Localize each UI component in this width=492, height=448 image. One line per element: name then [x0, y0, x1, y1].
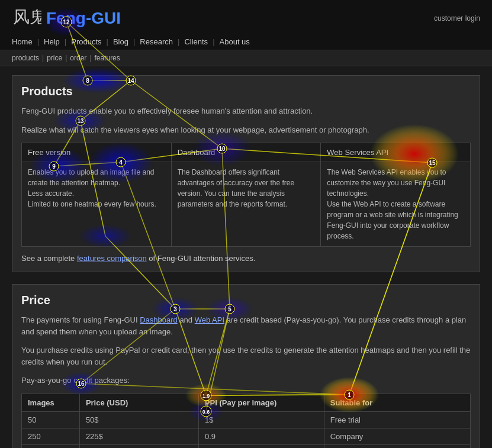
features-comparison-text: See a complete features comparison of Fe… [21, 254, 471, 263]
price-usd-500: 400$ [79, 444, 198, 448]
header-top: 风鬼 Feng-GUI customer login [12, 0, 480, 34]
price-title: Price [21, 294, 471, 307]
breadcrumb-order[interactable]: order [70, 54, 86, 62]
price-desc2: You purchase credits using PayPal or cre… [21, 344, 471, 368]
breadcrumb-sep-2: | [65, 54, 67, 62]
nav-clients[interactable]: Clients [184, 37, 208, 46]
col-header-free: Free version [22, 143, 172, 162]
col-free-body: Enables you to upload an image file and … [22, 162, 172, 247]
price-col-suitable: Suitable for [324, 394, 470, 411]
price-ppi-250: 0.9 [198, 428, 324, 444]
package-label: Pay-as-you-go credit packages: [21, 375, 471, 386]
nav-products[interactable]: Products [71, 37, 101, 46]
price-images-250: 250 [22, 428, 80, 444]
price-suitable-250: Company [324, 428, 470, 444]
price-images-50: 50 [22, 411, 80, 428]
breadcrumb-price[interactable]: price [47, 54, 62, 62]
nav-sep-6: | [213, 37, 214, 46]
header: 风鬼 Feng-GUI customer login Home | Help |… [0, 0, 492, 50]
price-suitable-500: Media Research [324, 444, 470, 448]
products-section: Products Feng-GUI products enable you to… [12, 75, 480, 272]
nav-sep-4: | [133, 37, 135, 46]
nav-sep-3: | [107, 37, 108, 46]
logo-text: Feng-GUI [46, 9, 121, 28]
price-suitable-50: Free trial [324, 411, 470, 428]
breadcrumb-sep-1: | [42, 54, 44, 62]
price-desc1: The payments for using Feng-GUI Dashboar… [21, 314, 471, 337]
price-col-price: Price (USD) [79, 394, 198, 411]
products-table: Free version Dashboard Web Services API … [21, 143, 471, 247]
logo-area: 风鬼 Feng-GUI [12, 5, 121, 31]
col-header-api: Web Services API [321, 143, 471, 162]
logo-icon: 风鬼 [12, 5, 41, 31]
nav-home[interactable]: Home [12, 37, 33, 46]
price-col-images: Images [22, 394, 80, 411]
nav-sep-2: | [65, 37, 66, 46]
breadcrumb: products | price | order | features [0, 50, 492, 66]
svg-text:风鬼: 风鬼 [13, 8, 41, 26]
products-title: Products [21, 85, 471, 98]
price-ppi-50: 1$ [198, 411, 324, 428]
products-desc1: Feng-GUI products enable you to effectiv… [21, 105, 471, 117]
col-dashboard-body: The Dashboard offers significant advanta… [171, 162, 321, 247]
features-text-before: See a complete [21, 254, 77, 263]
price-section: Price The payments for using Feng-GUI Da… [12, 284, 480, 448]
features-text-after: of Feng-GUI attention services. [147, 254, 256, 263]
price-row-250: 250 225$ 0.9 Company [22, 428, 471, 444]
nav-help[interactable]: Help [44, 37, 60, 46]
price-col-ppi: PPI (Pay per image) [198, 394, 324, 411]
price-ppi-500: 0.8 [198, 444, 324, 448]
dashboard-link[interactable]: Dashboard [140, 315, 178, 324]
navigation: Home | Help | Products | Blog | Research… [12, 34, 480, 50]
page-wrapper: 12 8 14 13 9 4 10 15 3 5 16 1 1. [0, 0, 492, 448]
nav-blog[interactable]: Blog [113, 37, 128, 46]
nav-sep-1: | [37, 37, 39, 46]
breadcrumb-sep-3: | [89, 54, 91, 62]
price-images-500: 500 [22, 444, 80, 448]
col-api-body: The Web Services API enables you to cust… [321, 162, 471, 247]
nav-sep-5: | [178, 37, 179, 46]
nav-research[interactable]: Research [140, 37, 173, 46]
breadcrumb-features[interactable]: features [94, 54, 120, 62]
api-link[interactable]: Web API [195, 315, 224, 324]
price-row-50: 50 50$ 1$ Free trial [22, 411, 471, 428]
price-table: Images Price (USD) PPI (Pay per image) S… [21, 394, 471, 449]
products-row: Enables you to upload an image file and … [22, 162, 471, 247]
price-usd-250: 225$ [79, 428, 198, 444]
main-content: Products Feng-GUI products enable you to… [0, 66, 492, 448]
products-desc2: Realize what will catch the viewers eyes… [21, 124, 471, 136]
breadcrumb-products[interactable]: products [12, 54, 39, 62]
features-comparison-link[interactable]: features comparison [77, 254, 147, 263]
col-header-dashboard: Dashboard [171, 143, 321, 162]
customer-login-link[interactable]: customer login [434, 14, 480, 22]
nav-about[interactable]: About us [220, 37, 250, 46]
price-row-500: 500 400$ 0.8 Media Research [22, 444, 471, 448]
price-usd-50: 50$ [79, 411, 198, 428]
